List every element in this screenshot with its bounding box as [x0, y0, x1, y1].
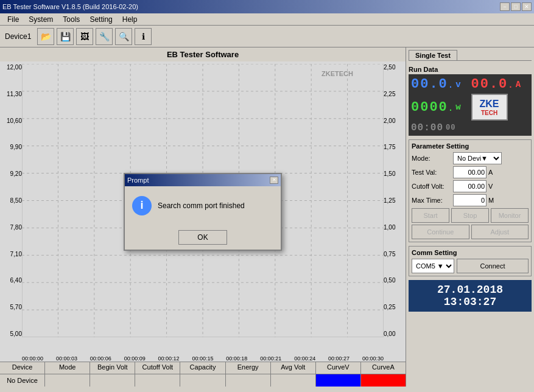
datetime-display: 27.01.2018 13:03:27 — [409, 280, 532, 312]
modal-overlay: Prompt ✕ i Search comm port finished OK — [0, 61, 406, 362]
volt-digits: 00.0. — [411, 77, 454, 92]
col-device: Device — [0, 362, 45, 374]
run-volt: 00.0. v — [411, 77, 469, 92]
col-mode: Mode — [45, 362, 90, 374]
time-digits: 00:00 — [411, 122, 443, 133]
ctrl-btn-row-1: Start Stop Monitor — [412, 208, 529, 223]
cell-energy — [226, 374, 271, 387]
chart-title: EB Tester Software — [0, 47, 406, 61]
modal-dialog: Prompt ✕ i Search comm port finished OK — [124, 173, 282, 251]
param-row-mode: Mode: No Devi▼ — [412, 152, 529, 164]
cell-avg-volt — [271, 374, 316, 387]
menu-system[interactable]: System — [24, 14, 58, 25]
zke-text: ZKE — [480, 99, 499, 110]
comm-row: COM5 ▼ Connect — [412, 259, 529, 273]
screenshot-button[interactable]: 🖼 — [76, 28, 93, 45]
menu-setting[interactable]: Setting — [85, 14, 117, 25]
col-avg-volt: Avg Volt — [271, 362, 316, 374]
cell-cutoff-volt — [135, 374, 180, 387]
run-data-label: Run Data — [409, 66, 532, 73]
cutoff-unit: V — [488, 183, 493, 190]
testval-input[interactable] — [453, 166, 487, 178]
close-button[interactable]: ✕ — [522, 2, 532, 11]
settings-button[interactable]: 🔧 — [96, 28, 113, 45]
cutoff-input[interactable] — [453, 180, 487, 192]
adjust-button[interactable]: Adjust — [471, 225, 529, 239]
tab-single-test[interactable]: Single Test — [409, 50, 457, 60]
cell-mode — [45, 374, 90, 387]
menu-tools[interactable]: Tools — [58, 14, 85, 25]
info-button[interactable]: ℹ — [135, 28, 152, 45]
mode-label: Mode: — [412, 155, 453, 162]
watt-digits: 0000. — [411, 100, 454, 115]
comm-port-select[interactable]: COM5 ▼ — [412, 259, 454, 273]
cell-capacity — [180, 374, 225, 387]
comm-setting-title: Comm Setting — [412, 249, 529, 256]
modal-ok-button[interactable]: OK — [178, 230, 227, 245]
cell-curvea — [361, 374, 406, 387]
connect-button[interactable]: Connect — [457, 259, 529, 273]
chart-container: [V] 12,00 11,30 10,60 9,90 9,20 8,50 7,8… — [0, 61, 406, 362]
cell-device: No Device — [0, 374, 45, 387]
chart-area: EB Tester Software [V] 12,00 11,30 10,60… — [0, 47, 406, 362]
col-curvev: CurveV — [316, 362, 361, 374]
testval-label: Test Val: — [412, 169, 453, 176]
param-row-testval: Test Val: A — [412, 166, 529, 178]
col-curvea: CurveA — [361, 362, 406, 374]
maxtime-label: Max Time: — [412, 197, 453, 204]
device-label: Device1 — [5, 32, 31, 41]
modal-title-bar: Prompt ✕ — [125, 174, 281, 186]
maxtime-unit: M — [488, 197, 494, 204]
cutoff-label: Cutoff Volt: — [412, 183, 453, 190]
modal-close-button[interactable]: ✕ — [270, 177, 278, 184]
maximize-button[interactable]: □ — [511, 2, 521, 11]
param-row-maxtime: Max Time: M — [412, 194, 529, 206]
tech-text: TECH — [481, 110, 497, 116]
time-extra: 00 — [446, 124, 455, 132]
amp-unit: A — [516, 80, 521, 89]
modal-title: Prompt — [127, 177, 149, 184]
title-bar: EB Tester Software V1.8.5 (Build 2016-02… — [0, 0, 534, 13]
run-data-section: Run Data 00.0. v 00.0. A 0000. w — [409, 65, 532, 136]
col-capacity: Capacity — [180, 362, 225, 374]
status-header: Device Mode Begin Volt Cutoff Volt Capac… — [0, 362, 406, 374]
search-button[interactable]: 🔍 — [115, 28, 132, 45]
main-area: EB Tester Software [V] 12,00 11,30 10,60… — [0, 47, 534, 392]
cell-curvev — [316, 374, 361, 387]
maxtime-input[interactable] — [453, 194, 487, 206]
title-bar-text: EB Tester Software V1.8.5 (Build 2016-02… — [2, 3, 138, 10]
amp-digits: 00.0. — [471, 77, 515, 92]
open-button[interactable]: 📂 — [37, 28, 54, 45]
stop-button[interactable]: Stop — [451, 208, 489, 223]
modal-message: Search comm port finished — [158, 201, 245, 210]
ctrl-btn-row-2: Continue Adjust — [412, 225, 529, 239]
right-panel: Single Test Run Data 00.0. v 00.0. A 000… — [406, 47, 534, 392]
continue-button[interactable]: Continue — [412, 225, 469, 239]
col-begin-volt: Begin Volt — [90, 362, 135, 374]
col-cutoff-volt: Cutoff Volt — [135, 362, 180, 374]
menu-file[interactable]: File — [2, 14, 24, 25]
col-energy: Energy — [226, 362, 271, 374]
save-button[interactable]: 💾 — [57, 28, 74, 45]
run-data-box: 00.0. v 00.0. A 0000. w ZKE TECH — [409, 74, 532, 136]
menu-help[interactable]: Help — [118, 14, 142, 25]
cell-begin-volt — [90, 374, 135, 387]
status-row-0: No Device — [0, 374, 406, 387]
testval-unit: A — [488, 169, 493, 176]
run-watt: 0000. w — [411, 94, 469, 121]
param-setting-title: Parameter Setting — [412, 142, 529, 150]
run-amp: 00.0. A — [471, 77, 530, 92]
mode-select[interactable]: No Devi▼ — [453, 152, 502, 164]
title-bar-controls: − □ ✕ — [500, 2, 532, 11]
modal-footer: OK — [125, 225, 281, 250]
tab-bar: Single Test — [409, 50, 532, 61]
start-button[interactable]: Start — [412, 208, 449, 223]
minimize-button[interactable]: − — [500, 2, 510, 11]
toolbar: Device1 📂 💾 🖼 🔧 🔍 ℹ — [0, 26, 534, 47]
modal-body: i Search comm port finished — [125, 186, 281, 225]
comm-setting-box: Comm Setting COM5 ▼ Connect — [409, 246, 532, 276]
monitor-button[interactable]: Monitor — [491, 208, 529, 223]
modal-info-icon: i — [132, 196, 152, 215]
watt-unit: w — [455, 102, 460, 112]
title-bar-title: EB Tester Software V1.8.5 (Build 2016-02… — [2, 3, 138, 10]
